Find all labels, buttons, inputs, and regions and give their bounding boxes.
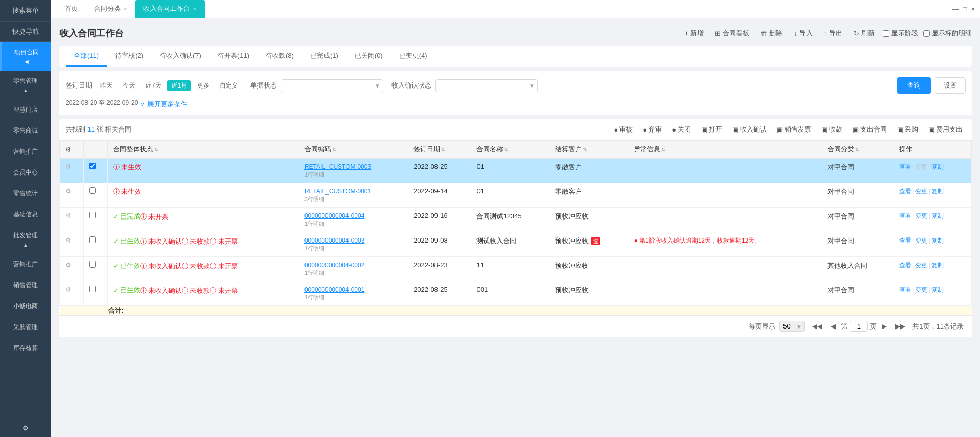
first-page-btn[interactable]: ◀◀ [809, 321, 825, 331]
row-action-复制[interactable]: 复制 [931, 188, 944, 195]
show-details-checkbox[interactable]: 显示标的明细 [923, 29, 972, 38]
row-checkbox-cell[interactable] [83, 281, 108, 306]
sidebar-item-member[interactable]: 会员中心 [0, 162, 51, 183]
row-action-变更[interactable]: 变更 [915, 212, 927, 220]
row-checkbox-6[interactable] [89, 286, 96, 292]
row-settings-icon[interactable]: ⚙ [60, 257, 84, 281]
row-checkbox-5[interactable] [89, 261, 96, 268]
page-input[interactable] [850, 321, 868, 332]
window-close-icon[interactable]: × [971, 5, 975, 13]
row-contract-code[interactable]: 0000000000004-00021行明细 [299, 257, 408, 281]
col-header-billing_customer[interactable]: 结算客户⇅ [550, 141, 628, 159]
row-action-变更[interactable]: 变更 [915, 188, 927, 195]
sidebar-item-wholesale[interactable]: 批发管理▲ [0, 225, 51, 254]
row-settings-icon[interactable]: ⚙ [60, 208, 84, 232]
row-action-查看[interactable]: 查看 [899, 212, 911, 220]
col-header-overall_status[interactable]: 合同整体状态⇅ [108, 141, 299, 159]
row-settings-icon[interactable]: ⚙ [60, 232, 84, 257]
action-btn-abandon[interactable]: ●弃审 [640, 123, 665, 136]
sidebar-item-ecommerce[interactable]: 小畅电商 [0, 296, 51, 317]
row-checkbox-3[interactable] [89, 212, 96, 218]
date-shortcut-more[interactable]: 更多 [193, 80, 213, 91]
sidebar-item-retail-mgmt[interactable]: 零售管理▲ [0, 71, 51, 99]
settings-button[interactable]: 设置 [935, 77, 966, 94]
tab-income-workbench[interactable]: 收入合同工作台× [135, 0, 204, 18]
filter-tab-all[interactable]: 全部(11) [66, 46, 107, 67]
date-shortcut-custom[interactable]: 自定义 [215, 80, 242, 91]
col-header-sign_date[interactable]: 签订日期⇅ [408, 141, 471, 159]
col-header-contract_code[interactable]: 合同编码⇅ [299, 141, 408, 159]
sidebar-item-inventory[interactable]: 库存核算 [0, 338, 51, 359]
action-btn-review[interactable]: ●审核 [611, 123, 636, 136]
filter-tab-pending_collect[interactable]: 待收款(8) [257, 46, 302, 67]
filter-tab-pending_review[interactable]: 待审核(2) [107, 46, 151, 67]
row-action-复制[interactable]: 复制 [931, 237, 944, 244]
col-header-contract_name[interactable]: 合同名称⇅ [471, 141, 550, 159]
doc-status-select[interactable] [281, 79, 383, 92]
action-btn-invoice[interactable]: ▣销售发票 [774, 123, 814, 136]
row-action-复制[interactable]: 复制 [931, 286, 944, 293]
page-size-select[interactable]: 2050100 [779, 321, 805, 332]
row-settings-icon[interactable]: ⚙ [60, 281, 84, 306]
row-settings-icon[interactable]: ⚙ [60, 183, 84, 208]
show-stages-checkbox[interactable]: 显示阶段 [883, 29, 918, 38]
prev-page-btn[interactable]: ◀ [827, 321, 839, 331]
toolbar-delete-btn[interactable]: 🗑 删除 [757, 27, 786, 40]
tab-close-contract-cat[interactable]: × [124, 6, 127, 12]
toolbar-add-btn[interactable]: + 新增 [682, 27, 707, 40]
row-checkbox-cell[interactable] [83, 183, 108, 208]
filter-tab-closed[interactable]: 已关闭(0) [346, 46, 391, 67]
col-header-exception_info[interactable]: 异常信息⇅ [628, 141, 822, 159]
filter-tab-pending_confirm[interactable]: 待收入确认(7) [151, 46, 209, 67]
row-checkbox-cell[interactable] [83, 257, 108, 281]
expand-more-btn[interactable]: ∨ 展开更多条件 [140, 100, 187, 109]
row-contract-code[interactable]: RETAIL_CUSTOM-00031行明细 [299, 159, 408, 183]
filter-tab-completed[interactable]: 已完成(1) [302, 46, 346, 67]
action-btn-print[interactable]: ▣打开 [698, 123, 725, 136]
sidebar-item-marketing[interactable]: 营销推广 [0, 141, 51, 162]
query-button[interactable]: 查询 [897, 77, 931, 94]
row-checkbox-cell[interactable] [83, 159, 108, 183]
row-contract-code[interactable]: 0000000000004-00041行明细 [299, 208, 408, 232]
sidebar-item-purchase[interactable]: 采购管理 [0, 317, 51, 338]
row-action-查看[interactable]: 查看 [899, 286, 911, 293]
row-action-查看[interactable]: 查看 [899, 163, 911, 170]
filter-tab-pending_invoice[interactable]: 待开票(11) [209, 46, 257, 67]
row-contract-code[interactable]: 0000000000004-00011行明细 [299, 281, 408, 306]
last-page-btn[interactable]: ▶▶ [892, 321, 908, 331]
sidebar-quicknav[interactable]: 快捷导航 [0, 22, 51, 42]
row-checkbox-4[interactable] [89, 236, 96, 243]
row-checkbox-cell[interactable] [83, 208, 108, 232]
col-header-contract_type[interactable]: 合同分类⇅ [822, 141, 894, 159]
sidebar-item-retail-mall[interactable]: 零售商城 [0, 120, 51, 141]
action-btn-confirm[interactable]: ▣收入确认 [729, 123, 770, 136]
action-btn-purchase[interactable]: ▣采购 [894, 123, 921, 136]
sidebar-item-basic-info[interactable]: 基础信息 [0, 204, 51, 225]
toolbar-refresh-btn[interactable]: ↻ 刷新 [851, 27, 878, 40]
action-btn-payout[interactable]: ▣支出合同 [850, 123, 890, 136]
sidebar-item-mkt-promo[interactable]: 营销推广 [0, 254, 51, 275]
date-shortcut-yesterday[interactable]: 昨天 [96, 80, 117, 91]
next-page-btn[interactable]: ▶ [879, 321, 890, 331]
sidebar-settings-icon[interactable]: ⚙ [0, 419, 51, 437]
window-minimize-icon[interactable]: — [952, 5, 959, 13]
row-action-变更[interactable]: 变更 [915, 261, 927, 269]
confirm-status-select[interactable] [435, 79, 538, 92]
row-action-查看[interactable]: 查看 [899, 188, 911, 195]
row-action-复制[interactable]: 复制 [931, 163, 944, 170]
row-action-变更[interactable]: 变更 [915, 286, 927, 293]
date-shortcut-last1m[interactable]: 近1月 [167, 80, 191, 91]
tab-close-income-workbench[interactable]: × [193, 6, 196, 12]
sidebar-item-sales-mgmt[interactable]: 销售管理 [0, 275, 51, 296]
row-checkbox-2[interactable] [89, 187, 96, 194]
action-btn-expense[interactable]: ▣费用支出 [925, 123, 966, 136]
row-action-复制[interactable]: 复制 [931, 212, 944, 220]
date-shortcut-last7[interactable]: 近7天 [141, 80, 165, 91]
toolbar-export-btn[interactable]: ↑ 导出 [821, 27, 846, 40]
tab-home[interactable]: 首页 [56, 0, 86, 18]
filter-tab-changed[interactable]: 已变更(4) [391, 46, 435, 67]
row-action-复制[interactable]: 复制 [931, 261, 944, 269]
action-btn-close[interactable]: ●关闭 [669, 123, 694, 136]
row-checkbox-1[interactable] [89, 163, 96, 169]
sidebar-item-retail-stats[interactable]: 零售统计 [0, 183, 51, 204]
